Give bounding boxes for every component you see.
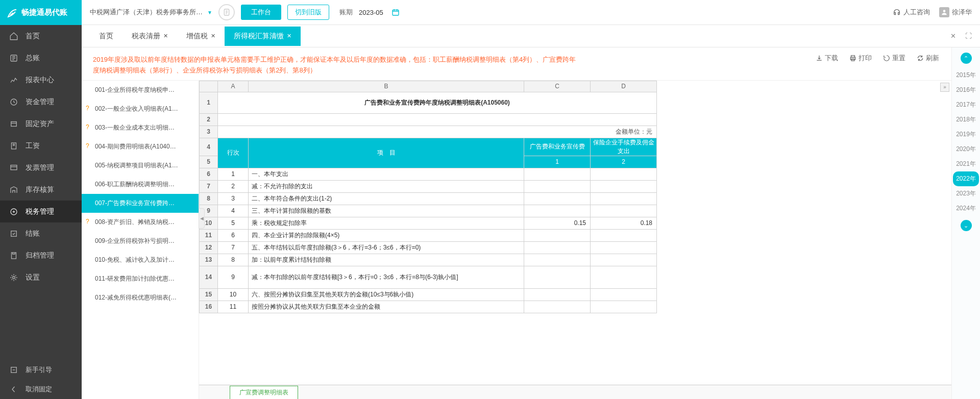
- cell-c[interactable]: [524, 205, 591, 217]
- nav-item-2[interactable]: 报表中心: [0, 69, 82, 91]
- nav-item-1[interactable]: 总账: [0, 47, 82, 69]
- download-button[interactable]: 下载: [816, 54, 838, 63]
- switch-old-button[interactable]: 切到旧版: [287, 5, 329, 20]
- form-item-2[interactable]: ?003-一般企业成本支出明细…: [82, 118, 199, 137]
- form-item-11[interactable]: 012-减免所得税优惠明细表(…: [82, 288, 199, 307]
- cell-item[interactable]: 加：以前年度累计结转扣除额: [249, 254, 524, 266]
- cell-c[interactable]: [524, 241, 591, 254]
- cell-item[interactable]: 一、本年支出: [249, 168, 524, 180]
- tab-1[interactable]: 税表清册✕: [122, 27, 177, 46]
- form-item-1[interactable]: ?002-一般企业收入明细表(A1…: [82, 99, 199, 118]
- cell-d[interactable]: [591, 288, 657, 301]
- cell-seq[interactable]: 3: [218, 192, 249, 205]
- year-2019年[interactable]: 2019年: [953, 127, 979, 142]
- fullscreen-icon[interactable]: ⛶: [963, 30, 974, 42]
- cell-seq[interactable]: 8: [218, 254, 249, 266]
- calendar-icon[interactable]: [391, 8, 400, 16]
- cell-c[interactable]: [524, 192, 591, 205]
- year-2024年[interactable]: 2024年: [953, 201, 979, 216]
- tab-close-icon[interactable]: ✕: [211, 33, 215, 39]
- col-c[interactable]: C: [524, 81, 591, 92]
- nav-item-3[interactable]: 资金管理: [0, 91, 82, 113]
- cell-c[interactable]: [524, 301, 591, 313]
- cell-d[interactable]: [591, 229, 657, 241]
- year-2017年[interactable]: 2017年: [953, 97, 979, 112]
- cell-item[interactable]: 六、按照分摊协议归集至其他关联方的金额(10≤3与6孰小值): [249, 288, 524, 301]
- cell-d[interactable]: [591, 180, 657, 192]
- cell-seq[interactable]: 2: [218, 180, 249, 192]
- nav-item-9[interactable]: 结账: [0, 222, 82, 244]
- cell-c[interactable]: [524, 168, 591, 180]
- tab-close-icon[interactable]: ✕: [287, 33, 291, 39]
- cell-d[interactable]: 0.18: [591, 217, 657, 229]
- form-item-6[interactable]: 007-广告费和业务宣传费跨…: [82, 194, 199, 213]
- form-item-7[interactable]: ?008-资产折旧、摊销及纳税…: [82, 213, 199, 232]
- cell-c[interactable]: [524, 180, 591, 192]
- year-2018年[interactable]: 2018年: [953, 112, 979, 127]
- cell-seq[interactable]: 5: [218, 217, 249, 229]
- cell-c[interactable]: [524, 288, 591, 301]
- col-b[interactable]: B: [249, 81, 524, 92]
- cell-c[interactable]: 0.15: [524, 217, 591, 229]
- nav-bottom-0[interactable]: 新手引导: [0, 360, 82, 380]
- nav-item-5[interactable]: 工资: [0, 135, 82, 157]
- year-2021年[interactable]: 2021年: [953, 157, 979, 171]
- collapse-handle[interactable]: ◀: [199, 208, 205, 229]
- nav-item-8[interactable]: 税务管理: [0, 201, 82, 222]
- cell-item[interactable]: 减：不允许扣除的支出: [249, 180, 524, 192]
- nav-item-0[interactable]: 首页: [0, 25, 82, 47]
- cell-seq[interactable]: 6: [218, 229, 249, 241]
- year-2015年[interactable]: 2015年: [953, 68, 979, 83]
- cell-seq[interactable]: 4: [218, 205, 249, 217]
- nav-item-7[interactable]: 库存核算: [0, 179, 82, 201]
- form-item-8[interactable]: 009-企业所得税弥补亏损明…: [82, 232, 199, 251]
- cell-item[interactable]: 按照分摊协议从其他关联方归集至本企业的金额: [249, 301, 524, 313]
- sheet-tab[interactable]: 广宣费调整明细表: [230, 386, 298, 399]
- cell-d[interactable]: [591, 168, 657, 180]
- year-2020年[interactable]: 2020年: [953, 142, 979, 157]
- nav-item-11[interactable]: 设置: [0, 266, 82, 288]
- cell-seq[interactable]: 7: [218, 241, 249, 254]
- year-2022年[interactable]: 2022年: [953, 171, 979, 186]
- close-tab-icon[interactable]: ✕: [948, 30, 958, 42]
- expand-sheet-icon[interactable]: »: [940, 83, 949, 92]
- form-item-5[interactable]: 006-职工薪酬纳税调整明细…: [82, 175, 199, 194]
- refresh-button[interactable]: 刷新: [917, 54, 939, 63]
- cell-item[interactable]: 三、本年计算扣除限额的基数: [249, 205, 524, 217]
- tab-3[interactable]: 所得税汇算清缴✕: [225, 27, 301, 46]
- cell-seq[interactable]: 9: [218, 266, 249, 288]
- form-item-4[interactable]: 005-纳税调整项目明细表(A1…: [82, 156, 199, 175]
- nav-item-6[interactable]: 发票管理: [0, 157, 82, 179]
- tab-0[interactable]: 首页: [90, 27, 122, 46]
- cell-d[interactable]: [591, 301, 657, 313]
- sheet-grid[interactable]: ABCD1广告费和业务宣传费跨年度纳税调整明细表(A105060)23金额单位：…: [199, 81, 951, 385]
- cell-c[interactable]: [524, 266, 591, 288]
- cell-item[interactable]: 五、本年结转以后年度扣除额(3＞6，本行=3-6；3≤6，本行=0): [249, 241, 524, 254]
- year-2023年[interactable]: 2023年: [953, 186, 979, 201]
- cell-c[interactable]: [524, 229, 591, 241]
- nav-bottom-1[interactable]: 取消固定: [0, 380, 82, 399]
- form-item-0[interactable]: 001-企业所得税年度纳税申…: [82, 81, 199, 99]
- cell-d[interactable]: [591, 241, 657, 254]
- support-button[interactable]: 人工咨询: [893, 8, 930, 17]
- year-up-icon[interactable]: ⌃: [961, 53, 972, 64]
- reset-button[interactable]: 重置: [883, 54, 905, 63]
- note-icon[interactable]: [218, 4, 235, 20]
- company-selector[interactable]: 中税网通广泽（天津）税务师事务所有… ▼: [90, 8, 212, 17]
- form-item-9[interactable]: 010-免税、减计收入及加计…: [82, 251, 199, 269]
- tab-close-icon[interactable]: ✕: [163, 33, 168, 39]
- tab-2[interactable]: 增值税✕: [177, 27, 225, 46]
- year-2016年[interactable]: 2016年: [953, 83, 979, 97]
- cell-d[interactable]: [591, 266, 657, 288]
- print-button[interactable]: 打印: [849, 54, 872, 63]
- cell-seq[interactable]: 10: [218, 288, 249, 301]
- nav-item-4[interactable]: 固定资产: [0, 113, 82, 135]
- form-item-10[interactable]: 011-研发费用加计扣除优惠…: [82, 269, 199, 288]
- cell-c[interactable]: [524, 254, 591, 266]
- user-menu[interactable]: 徐泽华: [939, 7, 972, 17]
- cell-d[interactable]: [591, 192, 657, 205]
- form-item-3[interactable]: ?004-期间费用明细表(A1040…: [82, 137, 199, 156]
- col-d[interactable]: D: [591, 81, 657, 92]
- cell-d[interactable]: [591, 254, 657, 266]
- col-a[interactable]: A: [218, 81, 249, 92]
